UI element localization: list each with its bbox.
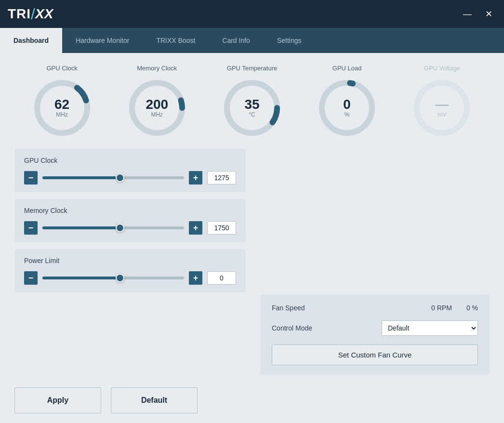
- control-mode-row: Control Mode Default Manual Auto: [272, 320, 478, 336]
- gauge-gpu-load-unit: %: [343, 111, 351, 118]
- control-mode-label: Control Mode: [272, 324, 312, 332]
- gauge-gpu-temp-unit: °C: [244, 111, 259, 118]
- memory-clock-slider-row: − + 1750: [24, 221, 236, 235]
- gauge-gpu-clock-donut: 62 MHz: [31, 77, 93, 139]
- logo-slash: /: [31, 5, 35, 23]
- gauge-gpu-temp: GPU Temperature 35 °C: [221, 65, 283, 139]
- gauge-gpu-voltage-unit: mV: [435, 111, 449, 118]
- logo-text-xx: XX: [35, 6, 53, 22]
- gauge-gpu-load-donut: 0 %: [316, 77, 378, 139]
- gauge-gpu-temp-donut: 35 °C: [221, 77, 283, 139]
- gauge-memory-clock-unit: MHz: [146, 111, 168, 118]
- nav-bar: Dashboard Hardware Monitor TRIXX Boost C…: [0, 28, 504, 53]
- gauge-gpu-voltage-center: — mV: [435, 98, 449, 118]
- gauge-gpu-voltage-donut: — mV: [411, 77, 473, 139]
- window-controls: — ✕: [459, 8, 496, 20]
- power-limit-section: Power Limit − + 0: [14, 249, 246, 292]
- bottom-buttons: Apply Default: [14, 387, 490, 413]
- sliders-column: GPU Clock − + 1275 Memory Clock − + 1750: [14, 149, 246, 380]
- gpu-clock-increase-button[interactable]: +: [189, 171, 202, 185]
- logo-text-tri: TRI: [8, 6, 31, 22]
- gauge-gpu-temp-center: 35 °C: [244, 98, 259, 118]
- power-limit-value: 0: [207, 271, 236, 285]
- apply-button[interactable]: Apply: [14, 387, 101, 413]
- gauge-gpu-load-label: GPU Load: [332, 65, 362, 72]
- tab-settings[interactable]: Settings: [264, 28, 315, 53]
- main-content: GPU Clock 62 MHz Memory Clock: [0, 53, 504, 423]
- gauge-gpu-voltage-value: —: [435, 98, 449, 111]
- memory-clock-section: Memory Clock − + 1750: [14, 199, 246, 242]
- tab-hardware-monitor[interactable]: Hardware Monitor: [62, 28, 143, 53]
- gpu-clock-range[interactable]: [42, 176, 184, 179]
- controls-area: GPU Clock − + 1275 Memory Clock − + 1750: [14, 149, 490, 380]
- memory-clock-value: 1750: [207, 221, 236, 235]
- fan-speed-rpm: 0 RPM: [431, 304, 452, 312]
- power-limit-decrease-button[interactable]: −: [24, 271, 38, 285]
- gauge-gpu-voltage-label: GPU Voltage: [424, 65, 460, 72]
- fan-column: Fan Speed 0 RPM 0 % Control Mode Default…: [260, 149, 490, 380]
- default-button[interactable]: Default: [111, 387, 198, 413]
- gauges-row: GPU Clock 62 MHz Memory Clock: [14, 65, 490, 139]
- gauge-memory-clock-label: Memory Clock: [137, 65, 177, 72]
- gauge-memory-clock-value: 200: [146, 98, 168, 111]
- gauge-gpu-clock: GPU Clock 62 MHz: [31, 65, 93, 139]
- gpu-clock-section: GPU Clock − + 1275: [14, 149, 246, 192]
- gpu-clock-decrease-button[interactable]: −: [24, 171, 38, 185]
- close-button[interactable]: ✕: [481, 8, 496, 20]
- gauge-gpu-voltage: GPU Voltage — mV: [411, 65, 473, 139]
- fan-section: Fan Speed 0 RPM 0 % Control Mode Default…: [260, 294, 490, 375]
- gauge-gpu-temp-value: 35: [244, 98, 259, 111]
- gauge-gpu-clock-unit: MHz: [54, 111, 69, 118]
- power-limit-slider-row: − + 0: [24, 271, 236, 285]
- gauge-gpu-load: GPU Load 0 %: [316, 65, 378, 139]
- gauge-gpu-clock-label: GPU Clock: [46, 65, 77, 72]
- tab-dashboard[interactable]: Dashboard: [0, 28, 62, 53]
- gauge-memory-clock: Memory Clock 200 MHz: [126, 65, 188, 139]
- minimize-button[interactable]: —: [459, 8, 476, 20]
- power-limit-range[interactable]: [42, 277, 184, 279]
- memory-clock-range[interactable]: [42, 226, 184, 229]
- set-custom-fan-curve-button[interactable]: Set Custom Fan Curve: [272, 344, 478, 365]
- memory-clock-section-label: Memory Clock: [24, 207, 236, 214]
- control-mode-select[interactable]: Default Manual Auto: [382, 320, 478, 336]
- gpu-clock-section-label: GPU Clock: [24, 157, 236, 164]
- tab-trixx-boost[interactable]: TRIXX Boost: [143, 28, 209, 53]
- fan-speed-percent: 0 %: [466, 304, 478, 312]
- fan-speed-row: Fan Speed 0 RPM 0 %: [272, 304, 478, 312]
- memory-clock-increase-button[interactable]: +: [189, 221, 202, 235]
- tab-card-info[interactable]: Card Info: [209, 28, 264, 53]
- gauge-gpu-load-center: 0 %: [343, 98, 351, 118]
- gauge-gpu-clock-center: 62 MHz: [54, 98, 69, 118]
- titlebar: TRI / XX — ✕: [0, 0, 504, 28]
- gauge-memory-clock-center: 200 MHz: [146, 98, 168, 118]
- gpu-clock-slider-row: − + 1275: [24, 171, 236, 185]
- gauge-gpu-temp-label: GPU Temperature: [227, 65, 278, 72]
- gauge-memory-clock-donut: 200 MHz: [126, 77, 188, 139]
- gpu-clock-value: 1275: [207, 171, 236, 185]
- power-limit-section-label: Power Limit: [24, 257, 236, 264]
- memory-clock-decrease-button[interactable]: −: [24, 221, 38, 235]
- gauge-gpu-clock-value: 62: [54, 98, 69, 111]
- power-limit-increase-button[interactable]: +: [189, 271, 202, 285]
- app-logo: TRI / XX: [8, 5, 53, 23]
- fan-speed-values: 0 RPM 0 %: [431, 304, 478, 312]
- gauge-gpu-load-value: 0: [343, 98, 351, 111]
- fan-speed-label: Fan Speed: [272, 304, 305, 312]
